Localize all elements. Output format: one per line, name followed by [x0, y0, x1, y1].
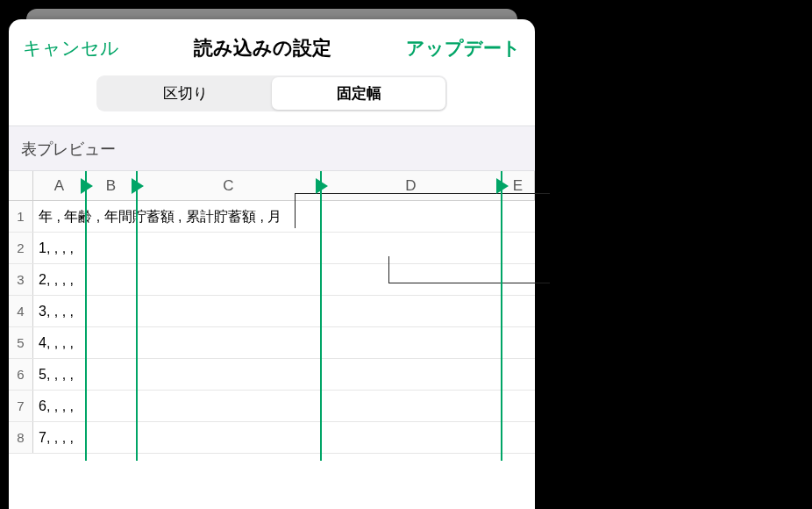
table-row: 21, , , ,	[9, 233, 535, 264]
cell-content: 年 , 年齢 , 年間貯蓄額 , 累計貯蓄額 , 月	[33, 201, 287, 232]
table-row: 1年 , 年齢 , 年間貯蓄額 , 累計貯蓄額 , 月	[9, 201, 535, 233]
table-row: 76, , , ,	[9, 391, 535, 422]
column-divider-line[interactable]	[85, 171, 87, 461]
callout-tap: タップすると、新しい列が追加されます。	[556, 256, 810, 309]
callout-drag: ドラッグすると、列の幅を調整できます。	[556, 167, 810, 219]
cell-content: 7, , , ,	[33, 422, 79, 453]
cell-content: 1, , , ,	[33, 233, 79, 263]
column-divider-line[interactable]	[501, 171, 502, 461]
table-row: 32, , , ,	[9, 264, 535, 296]
update-button[interactable]: アップデート	[406, 36, 521, 61]
column-divider-line[interactable]	[320, 171, 322, 461]
cell-content: 2, , , ,	[33, 264, 79, 295]
seg-fixed-width[interactable]: 固定幅	[272, 77, 445, 110]
mode-segmented-control[interactable]: 区切り 固定幅	[96, 75, 447, 111]
column-divider-handle[interactable]	[496, 178, 509, 194]
column-divider-handle[interactable]	[132, 178, 144, 194]
cell-content: 5, , , ,	[33, 359, 79, 390]
table-preview[interactable]: ABCDE1年 , 年齢 , 年間貯蓄額 , 累計貯蓄額 , 月21, , , …	[9, 171, 535, 454]
column-header-c[interactable]: C	[137, 171, 321, 200]
column-header-a[interactable]: A	[33, 171, 86, 200]
cell-content: 4, , , ,	[33, 327, 79, 358]
cell-content: 3, , , ,	[33, 296, 79, 326]
seg-delimiter[interactable]: 区切り	[98, 77, 272, 110]
column-header-d[interactable]: D	[321, 171, 502, 200]
table-preview-label: 表プレビュー	[9, 125, 535, 171]
table-row: 54, , , ,	[9, 327, 535, 359]
column-divider-line[interactable]	[136, 171, 138, 461]
row-number: 1	[9, 201, 33, 232]
row-number: 6	[9, 359, 33, 390]
column-divider-handle[interactable]	[316, 178, 328, 194]
column-header-b[interactable]: B	[86, 171, 137, 200]
row-number: 8	[9, 422, 33, 453]
row-number: 4	[9, 296, 33, 326]
sheet-title: 読み込みの設定	[194, 35, 331, 61]
table-row: 43, , , ,	[9, 296, 535, 327]
table-row: 87, , , ,	[9, 422, 535, 454]
column-divider-handle[interactable]	[81, 178, 93, 194]
cell-content: 6, , , ,	[33, 391, 79, 421]
row-number: 5	[9, 327, 33, 358]
row-number: 2	[9, 233, 33, 263]
sheet-header: キャンセル 読み込みの設定 アップデート	[9, 19, 535, 70]
cancel-button[interactable]: キャンセル	[23, 36, 119, 61]
import-settings-sheet: キャンセル 読み込みの設定 アップデート 区切り 固定幅 表プレビュー ABCD…	[9, 19, 535, 509]
row-number: 3	[9, 264, 33, 295]
row-number: 7	[9, 391, 33, 421]
table-row: 65, , , ,	[9, 359, 535, 391]
